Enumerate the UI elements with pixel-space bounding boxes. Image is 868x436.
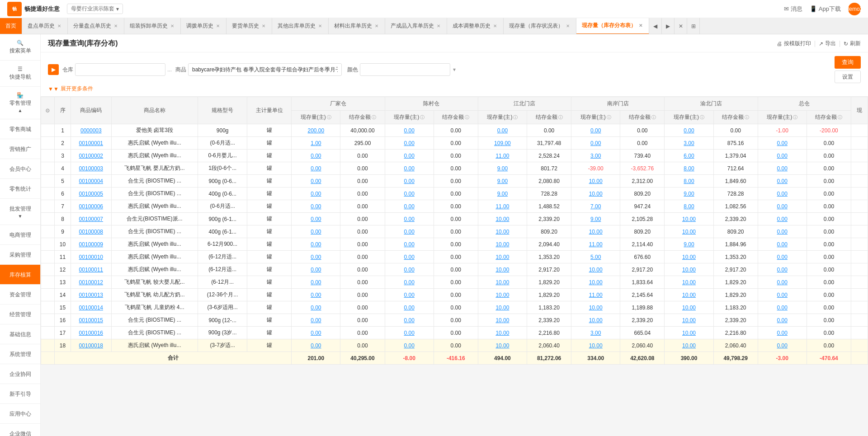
warehouse-ellipsis[interactable]: ... [167, 66, 172, 73]
sidebar-item-retail-shop[interactable]: 零售商城 [0, 119, 40, 139]
close-icon[interactable]: ✕ [57, 23, 62, 28]
cell-code: 00100010 [71, 251, 112, 263]
tab-nav-close[interactable]: ✕ [675, 18, 687, 34]
sidebar-item-finance-mgmt[interactable]: 资金管理 [0, 285, 40, 305]
cell-seq: 5 [55, 175, 71, 188]
sidebar-item-search[interactable]: 🔍 搜索英单 [0, 34, 40, 61]
cell-w4-amt: 809.20 [620, 188, 665, 200]
expand-conditions-btn[interactable]: ▼▼ 展开更多条件 [48, 85, 861, 93]
tab-allocation[interactable]: 调拨单历史 ✕ [181, 18, 226, 34]
nav-icon: ☰ [18, 66, 23, 72]
summary-row: 合计 201.00 40,295.00 -8.00 -416.16 494.00… [41, 352, 868, 365]
tab-split-stocktaking[interactable]: 分量盘点单历史 ✕ [68, 18, 124, 34]
export-btn[interactable]: ↗ 导出 [819, 40, 836, 47]
sidebar-item-sys-mgmt[interactable]: 系统管理 [0, 344, 40, 364]
export-icon: ↗ [819, 41, 823, 47]
th-gear[interactable]: ⚙ [41, 97, 55, 124]
cell-seq: 10 [55, 238, 71, 251]
tab-nav-next[interactable]: ▶ [662, 18, 675, 34]
sidebar-item-enterprise-collab[interactable]: 企业协同 [0, 364, 40, 384]
table-row: 4 00100003 飞鹤星飞帆 婴儿配方奶... 1段(0-6个... 罐 0… [41, 162, 868, 175]
th-w4-amt: 结存金额 ⓘ [620, 111, 665, 124]
cell-w3-amt: 728.28 [527, 188, 571, 200]
tab-cost-adjust[interactable]: 成本调整单历史 ✕ [447, 18, 504, 34]
cell-w2-amt: 0.00 [434, 314, 478, 327]
sidebar-item-retail-stats[interactable]: 零售统计 [0, 179, 40, 199]
sidebar-item-new-guide[interactable]: 新手引导 [0, 384, 40, 404]
cell-w4-qty: 5.00 [571, 251, 620, 263]
tab-purchase-order[interactable]: 要货单历史 ✕ [226, 18, 272, 34]
template-print-btn[interactable]: 🖨 按模版打印 [777, 40, 811, 47]
sidebar-item-enterprise-wechat[interactable]: 企业微信 [0, 424, 40, 436]
tab-nav-prev[interactable]: ◀ [649, 18, 662, 34]
sidebar-item-quick-nav[interactable]: ☰ 快捷导航 [0, 61, 40, 87]
close-icon[interactable]: ✕ [565, 23, 571, 28]
cell-w4-amt: 1,189.88 [620, 301, 665, 314]
cell-w4-qty: -39.00 [571, 162, 620, 175]
cell-w2-qty: 0.00 [385, 124, 434, 137]
app-download-btn[interactable]: 📱 App下载 [810, 5, 841, 13]
message-btn[interactable]: ✉ 消息 [784, 5, 802, 13]
sidebar-item-ops-mgmt[interactable]: 经营管理 [0, 305, 40, 324]
setting-button[interactable]: 设置 [835, 70, 861, 83]
close-icon[interactable]: ✕ [317, 23, 323, 28]
cell-w6-qty: 0.00 [758, 213, 807, 225]
cell-w6-qty: 0.00 [758, 339, 807, 352]
cell-w6-qty: 0.00 [758, 137, 807, 150]
close-icon[interactable]: ✕ [492, 23, 498, 28]
sidebar-item-retail-mgmt[interactable]: 🏪 零售管理 ▲ [0, 87, 40, 119]
refresh-btn[interactable]: ↻ 刷新 [844, 40, 861, 47]
industry-selector[interactable]: 母婴行业演示陈套 ▾ [67, 4, 123, 14]
cell-gear [41, 162, 55, 175]
query-button[interactable]: 查询 [835, 56, 861, 69]
tab-combo-disassembly[interactable]: 组装拆卸单历史 ✕ [124, 18, 181, 34]
close-icon[interactable]: ✕ [638, 23, 643, 28]
cell-w5-amt: 1,849.60 [713, 175, 758, 188]
color-input[interactable] [360, 63, 450, 76]
page-header: 现存量查询(库存分布) 🖨 按模版打印 ↗ 导出 ↻ 刷新 [41, 34, 868, 52]
cell-w1-amt: 0.00 [340, 339, 385, 352]
user-profile[interactable]: demo2 [848, 3, 861, 15]
tab-stock-dist[interactable]: 现存量（库存分布表） ✕ [576, 18, 649, 34]
close-icon[interactable]: ✕ [374, 23, 379, 28]
sidebar-item-wholesale-mgmt[interactable]: 批发管理 ▼ [0, 199, 40, 225]
th-warehouse-5: 渝北门店 [665, 97, 758, 111]
tab-other-out[interactable]: 其他出库单历史 ✕ [272, 18, 329, 34]
cell-w1-qty: 200.00 [292, 124, 340, 137]
tab-home[interactable]: 首页 [0, 18, 22, 34]
close-icon[interactable]: ✕ [261, 23, 266, 28]
settings-icon[interactable]: ⚙ [45, 108, 50, 114]
sidebar-item-app-center[interactable]: 应用中心 [0, 404, 40, 424]
table-area[interactable]: ⚙ 序 商品编码 商品名称 规格型号 主计量单位 厂家仓 陈村仓 江北门店 南岸… [41, 97, 868, 436]
cell-gear [41, 314, 55, 327]
close-icon[interactable]: ✕ [113, 23, 118, 28]
product-input[interactable] [188, 63, 342, 76]
refresh-icon: ↻ [844, 41, 848, 47]
sidebar-item-marketing[interactable]: 营销推广 [0, 139, 40, 159]
chevron-down-icon[interactable]: ▾ [453, 66, 456, 73]
tab-nav-maximize[interactable]: ⊞ [687, 18, 700, 34]
close-icon[interactable]: ✕ [170, 23, 175, 28]
top-bar-right: ✉ 消息 📱 App下载 demo2 [784, 3, 861, 15]
info-icon: ⓘ [700, 114, 704, 121]
filter-expand-btn[interactable]: ▶ [48, 64, 59, 75]
close-icon[interactable]: ✕ [215, 23, 221, 28]
cell-w3-amt: 1,353.20 [527, 251, 571, 263]
close-icon[interactable]: ✕ [436, 23, 441, 28]
cell-current [851, 289, 868, 301]
tab-finished-in[interactable]: 产成品入库单历史 ✕ [385, 18, 447, 34]
tab-stocktaking[interactable]: 盘点单历史 ✕ [22, 18, 68, 34]
sidebar-item-inventory[interactable]: 库存核算 [0, 265, 40, 285]
cell-w4-qty: 10.00 [571, 314, 620, 327]
cell-w6-amt: 0.00 [807, 289, 851, 301]
sidebar-item-basic-info[interactable]: 基础信息 [0, 324, 40, 344]
cell-w3-amt: 2,080.80 [527, 175, 571, 188]
cell-w3-amt: 1,829.20 [527, 276, 571, 289]
warehouse-input[interactable] [75, 63, 165, 76]
sidebar-item-purchase-mgmt[interactable]: 采购管理 [0, 245, 40, 265]
cell-w2-qty: 0.00 [385, 238, 434, 251]
sidebar-item-ecommerce-mgmt[interactable]: 电商管理 [0, 225, 40, 245]
tab-material-out[interactable]: 材料出库单历史 ✕ [329, 18, 385, 34]
tab-stock-status[interactable]: 现存量（库存状况表） ✕ [504, 18, 576, 34]
sidebar-item-member[interactable]: 会员中心 [0, 159, 40, 179]
